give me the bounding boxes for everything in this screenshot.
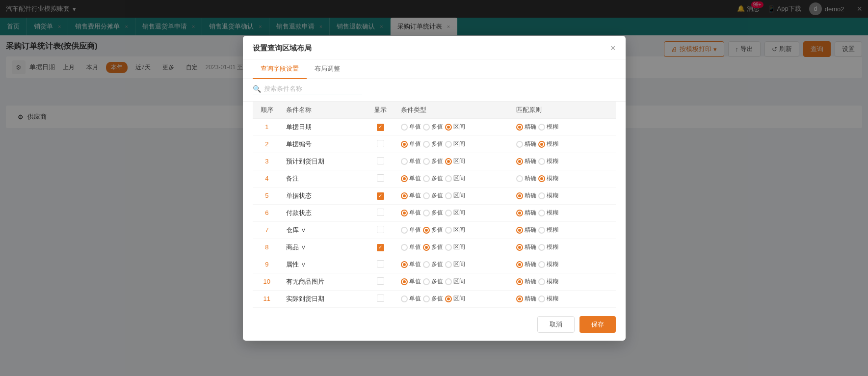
row-display[interactable]: [365, 256, 396, 273]
match-radio-item[interactable]: 模糊: [538, 226, 558, 234]
match-radio-item[interactable]: 精确: [516, 226, 536, 234]
modal-close-btn[interactable]: ×: [610, 44, 616, 58]
radio-label: 单值: [409, 123, 421, 131]
match-radio-item[interactable]: 模糊: [538, 209, 558, 217]
match-radio-item[interactable]: 模糊: [538, 277, 558, 286]
radio-label: 模糊: [547, 174, 558, 183]
col-match: 匹配原则: [511, 102, 616, 119]
type-radio-item[interactable]: 多值: [423, 140, 443, 148]
type-radio-item[interactable]: 单值: [401, 191, 421, 200]
radio-label: 精确: [525, 226, 536, 234]
display-checkbox[interactable]: [377, 226, 384, 233]
match-radio-item[interactable]: 模糊: [538, 191, 558, 200]
type-radio-item[interactable]: 区间: [445, 277, 465, 286]
radio-label: 区间: [453, 277, 465, 286]
match-radio-item[interactable]: 精确: [516, 295, 536, 303]
display-checkbox[interactable]: [377, 277, 384, 285]
modal-tab-query-fields[interactable]: 查询字段设置: [253, 59, 307, 79]
display-checkbox[interactable]: [377, 244, 384, 251]
radio-label: 多值: [431, 157, 443, 165]
match-radio-item[interactable]: 模糊: [538, 295, 558, 303]
type-radio-item[interactable]: 多值: [423, 295, 443, 303]
radio-circle: [445, 261, 452, 268]
type-radio-item[interactable]: 多值: [423, 243, 443, 251]
match-radio-item[interactable]: 精确: [516, 140, 536, 148]
row-display[interactable]: [365, 118, 396, 135]
save-button[interactable]: 保存: [579, 316, 616, 333]
modal-title: 设置查询区域布局: [253, 44, 312, 59]
type-radio-item[interactable]: 区间: [445, 140, 465, 148]
match-radio-item[interactable]: 精确: [516, 260, 536, 269]
row-display[interactable]: [365, 221, 396, 239]
match-radio-item[interactable]: 模糊: [538, 260, 558, 269]
row-display[interactable]: [365, 239, 396, 256]
display-checkbox[interactable]: [377, 124, 384, 131]
type-radio-item[interactable]: 区间: [445, 209, 465, 217]
type-radio-item[interactable]: 单值: [401, 277, 421, 286]
display-checkbox[interactable]: [377, 209, 384, 216]
display-checkbox[interactable]: [377, 140, 384, 147]
type-radio-item[interactable]: 单值: [401, 295, 421, 303]
match-radio-item[interactable]: 精确: [516, 209, 536, 217]
type-radio-item[interactable]: 多值: [423, 277, 443, 286]
type-radio-item[interactable]: 区间: [445, 123, 465, 131]
type-radio-item[interactable]: 多值: [423, 260, 443, 269]
row-display[interactable]: [365, 153, 396, 170]
match-radio-item[interactable]: 精确: [516, 157, 536, 165]
type-radio-item[interactable]: 多值: [423, 226, 443, 234]
type-radio-item[interactable]: 单值: [401, 157, 421, 165]
match-radio-item[interactable]: 精确: [516, 174, 536, 183]
modal-table-wrap: 顺序 条件名称 显示 条件类型 匹配原则 1单据日期单值多值区间精确模糊2单据编…: [243, 102, 626, 308]
display-checkbox[interactable]: [377, 174, 384, 182]
type-radio-item[interactable]: 区间: [445, 243, 465, 251]
type-radio-item[interactable]: 单值: [401, 123, 421, 131]
table-row: 9属性 ∨单值多值区间精确模糊: [253, 256, 616, 273]
type-radio-item[interactable]: 区间: [445, 157, 465, 165]
row-display[interactable]: [365, 204, 396, 221]
radio-circle: [538, 175, 545, 182]
type-radio-item[interactable]: 单值: [401, 209, 421, 217]
row-display[interactable]: [365, 187, 396, 204]
match-radio-item[interactable]: 精确: [516, 277, 536, 286]
display-checkbox[interactable]: [377, 260, 384, 268]
match-radio-item[interactable]: 模糊: [538, 157, 558, 165]
row-display[interactable]: [365, 135, 396, 153]
search-input[interactable]: [264, 85, 362, 92]
type-radio-item[interactable]: 区间: [445, 191, 465, 200]
type-radio-item[interactable]: 多值: [423, 191, 443, 200]
type-radio-item[interactable]: 单值: [401, 226, 421, 234]
type-radio-item[interactable]: 单值: [401, 260, 421, 269]
row-display[interactable]: [365, 273, 396, 290]
display-checkbox[interactable]: [377, 295, 384, 302]
type-radio-item[interactable]: 区间: [445, 260, 465, 269]
display-checkbox[interactable]: [377, 157, 384, 164]
type-radio-item[interactable]: 区间: [445, 174, 465, 183]
type-radio-item[interactable]: 多值: [423, 209, 443, 217]
modal-tab-layout[interactable]: 布局调整: [307, 59, 348, 79]
radio-label: 单值: [409, 277, 421, 286]
type-radio-item[interactable]: 单值: [401, 140, 421, 148]
type-radio-item[interactable]: 多值: [423, 157, 443, 165]
match-radio-item[interactable]: 模糊: [538, 140, 558, 148]
type-radio-item[interactable]: 多值: [423, 174, 443, 183]
match-radio-item[interactable]: 精确: [516, 191, 536, 200]
match-radio-item[interactable]: 精确: [516, 243, 536, 251]
match-radio-item[interactable]: 模糊: [538, 174, 558, 183]
cancel-button[interactable]: 取消: [537, 316, 575, 333]
type-radio-item[interactable]: 多值: [423, 123, 443, 131]
type-radio-item[interactable]: 区间: [445, 226, 465, 234]
radio-label: 模糊: [547, 191, 558, 200]
type-radio-item[interactable]: 单值: [401, 174, 421, 183]
type-radio-item[interactable]: 区间: [445, 295, 465, 303]
match-radio-item[interactable]: 模糊: [538, 123, 558, 131]
modal-tab-query-label: 查询字段设置: [261, 65, 299, 72]
row-display[interactable]: [365, 170, 396, 187]
type-radio-item[interactable]: 单值: [401, 243, 421, 251]
modal-overlay[interactable]: 设置查询区域布局 × 查询字段设置 布局调整 🔍: [0, 0, 868, 376]
match-radio-item[interactable]: 模糊: [538, 243, 558, 251]
radio-circle: [401, 175, 408, 182]
row-display[interactable]: [365, 290, 396, 307]
match-radio-item[interactable]: 精确: [516, 123, 536, 131]
radio-circle: [516, 227, 523, 234]
display-checkbox[interactable]: [377, 192, 384, 200]
